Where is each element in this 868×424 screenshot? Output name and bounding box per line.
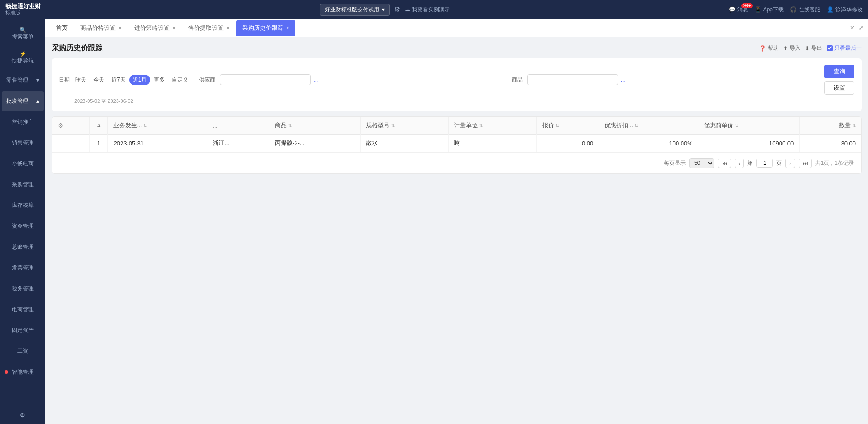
- sidebar-settings-btn[interactable]: ⚙: [0, 406, 45, 424]
- per-page-select[interactable]: 50 20 100 200: [689, 158, 714, 168]
- edition-selector[interactable]: 好业财标准版交付试用 ▾: [320, 4, 390, 16]
- date-btn-custom[interactable]: 自定义: [168, 75, 192, 85]
- date-btn-yesterday[interactable]: 昨天: [72, 75, 90, 85]
- page-num-input[interactable]: [756, 159, 773, 168]
- sidebar-item-purchase[interactable]: 采购管理: [2, 174, 44, 194]
- app-brand: 畅捷通好业财 标准版: [5, 3, 41, 15]
- import-btn[interactable]: ⬆ 导入: [783, 44, 800, 52]
- sidebar-item-finance[interactable]: 资金管理: [2, 216, 44, 236]
- user-btn[interactable]: 👤 徐泽华修改: [827, 6, 863, 14]
- inventory-label: 库存核算: [12, 202, 34, 209]
- col-pre-discount-price[interactable]: 优惠前单价⇅: [698, 117, 799, 135]
- col-unit[interactable]: 计量单位⇅: [449, 117, 537, 135]
- purchase-label: 采购管理: [12, 181, 34, 188]
- col-more[interactable]: ...: [207, 117, 269, 135]
- sidebar-item-general-ledger[interactable]: 总账管理: [2, 237, 44, 257]
- demo-link[interactable]: ☁ 我要看实例演示: [405, 6, 450, 14]
- sidebar-item-sales[interactable]: 销售管理: [2, 133, 44, 153]
- date-btn-1month[interactable]: 近1月: [129, 75, 151, 85]
- tab-history-price-close[interactable]: ×: [286, 25, 289, 31]
- query-btn[interactable]: 查询: [824, 65, 854, 78]
- content-area: 首页 商品价格设置 × 进价策略设置 × 售价提取设置 × 采购历史价跟踪 × …: [45, 19, 868, 424]
- settings-icon-btn[interactable]: ⚙: [392, 4, 402, 15]
- goods-input[interactable]: [527, 74, 618, 85]
- app-edition: 标准版: [5, 10, 41, 16]
- messages-btn[interactable]: 💬 消息 99+: [729, 6, 748, 14]
- row-gear[interactable]: [52, 135, 90, 152]
- wholesale-label: 批发管理: [6, 97, 28, 105]
- sidebar-item-ecommerce-small[interactable]: 小畅电商: [2, 154, 44, 173]
- supplier-input[interactable]: [220, 74, 311, 85]
- sidebar-item-wholesale[interactable]: 批发管理 ▴: [2, 91, 44, 111]
- tab-strategy-label: 进价策略设置: [134, 24, 170, 32]
- ecommerce-label: 电商管理: [12, 306, 34, 313]
- quantity-sort-icon: ⇅: [852, 123, 856, 128]
- sidebar-item-marketing[interactable]: 营销推广: [2, 112, 44, 132]
- col-quote[interactable]: 报价⇅: [537, 117, 599, 135]
- settings-row-btn[interactable]: 设置: [824, 81, 854, 95]
- tab-close-all-icon[interactable]: ✕: [850, 24, 855, 31]
- sidebar-item-inventory[interactable]: 库存核算: [2, 195, 44, 215]
- sidebar-item-ecommerce[interactable]: 电商管理: [2, 299, 44, 319]
- tab-strategy[interactable]: 进价策略设置 ×: [128, 20, 181, 36]
- col-gear[interactable]: ⚙: [52, 117, 90, 135]
- data-table: ⚙ # 业务发生...⇅ ... 商品⇅ 规格型号⇅ 计量单位⇅ 报价⇅ 优惠折…: [52, 117, 861, 152]
- tab-sale-price-close[interactable]: ×: [226, 25, 229, 31]
- last-only-checkbox[interactable]: [827, 45, 833, 51]
- next-page-btn[interactable]: ›: [785, 159, 795, 168]
- sidebar-search[interactable]: 🔍 搜索菜单: [2, 22, 44, 45]
- headset-icon: 🎧: [790, 6, 797, 13]
- sidebar-item-salary[interactable]: 工资: [2, 341, 44, 361]
- search-icon: 🔍: [20, 27, 26, 33]
- general-ledger-label: 总账管理: [12, 243, 34, 251]
- goods-filter: 商品 ...: [512, 74, 817, 85]
- edition-selector-text: 好业财标准版交付试用: [325, 6, 379, 14]
- last-only-checkbox-label[interactable]: 只看最后一: [827, 44, 862, 52]
- app-download-btn[interactable]: 📱 App下载: [755, 6, 784, 14]
- sidebar-item-tax[interactable]: 税务管理: [2, 279, 44, 299]
- chevron-down-icon: ▾: [382, 6, 385, 13]
- top-bar-right: 💬 消息 99+ 📱 App下载 🎧 在线客服 👤 徐泽华修改: [729, 6, 863, 14]
- sidebar-item-fixed-assets[interactable]: 固定资产: [2, 320, 44, 340]
- supplier-more-btn[interactable]: ...: [313, 77, 318, 83]
- last-page-btn[interactable]: ⏭: [799, 159, 812, 168]
- goods-sort-icon: ⇅: [288, 123, 292, 128]
- date-btn-more[interactable]: 更多: [150, 75, 168, 85]
- collapse-icon: ▴: [36, 98, 39, 104]
- tab-actions: ✕ ⤢: [850, 24, 863, 31]
- prev-page-btn[interactable]: ‹: [735, 159, 744, 168]
- per-page-label: 每页显示: [664, 159, 686, 167]
- col-discount[interactable]: 优惠折扣...⇅: [599, 117, 698, 135]
- sidebar-item-invoice[interactable]: 发票管理: [2, 258, 44, 278]
- phone-icon: 📱: [755, 6, 761, 13]
- export-btn[interactable]: ⬇ 导出: [805, 44, 822, 52]
- tab-strategy-close[interactable]: ×: [172, 25, 176, 31]
- date-btn-today[interactable]: 今天: [90, 75, 108, 85]
- sidebar-quick-nav[interactable]: ⚡ 快捷导航: [2, 46, 44, 69]
- sidebar-item-smart[interactable]: 智能管理: [2, 362, 44, 382]
- sidebar-item-retail[interactable]: 零售管理 ▾: [2, 70, 44, 90]
- tab-home[interactable]: 首页: [50, 20, 73, 36]
- user-icon: 👤: [827, 6, 834, 13]
- fixed-assets-label: 固定资产: [12, 327, 34, 334]
- first-page-btn[interactable]: ⏮: [718, 159, 731, 168]
- last-only-label: 只看最后一: [834, 44, 862, 52]
- tab-expand-icon[interactable]: ⤢: [858, 24, 863, 31]
- date-btn-7days[interactable]: 近7天: [108, 75, 129, 85]
- page-total-info: 共1页，1条记录: [815, 159, 854, 167]
- sidebar-quick-nav-label: 快捷导航: [12, 57, 34, 65]
- tab-sale-price[interactable]: 售价提取设置 ×: [182, 20, 235, 36]
- tab-price[interactable]: 商品价格设置 ×: [74, 20, 127, 36]
- settings-icon: ⚙: [20, 412, 25, 419]
- col-quantity[interactable]: 数量⇅: [800, 117, 861, 135]
- page-header: 采购历史价跟踪 ❓ 帮助 ⬆ 导入 ⬇ 导出: [52, 43, 862, 53]
- tab-history-price[interactable]: 采购历史价跟踪 ×: [236, 20, 295, 36]
- tab-price-close[interactable]: ×: [118, 25, 122, 31]
- goods-more-btn[interactable]: ...: [621, 77, 625, 83]
- col-spec[interactable]: 规格型号⇅: [360, 117, 449, 135]
- main-wrapper: 🔍 搜索菜单 ⚡ 快捷导航 零售管理 ▾ 批发管理 ▴ 营销推广 销售管理 小畅…: [0, 19, 868, 424]
- col-date[interactable]: 业务发生...⇅: [108, 117, 207, 135]
- col-goods[interactable]: 商品⇅: [269, 117, 360, 135]
- online-service-btn[interactable]: 🎧 在线客服: [790, 6, 820, 14]
- help-btn[interactable]: ❓ 帮助: [759, 44, 779, 52]
